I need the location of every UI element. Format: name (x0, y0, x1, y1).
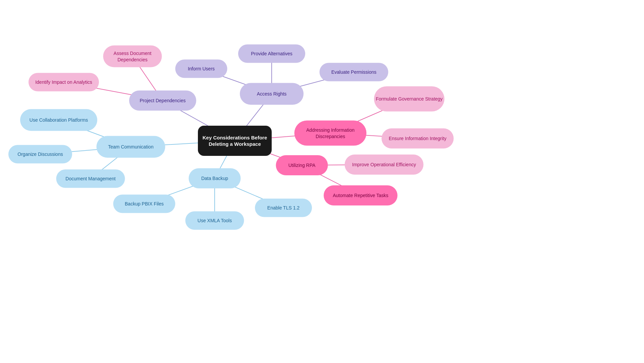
node-label-provide-alternatives: Provide Alternatives (250, 50, 294, 57)
node-data-backup[interactable]: Data Backup (189, 168, 241, 188)
node-label-data-backup: Data Backup (200, 175, 229, 182)
node-label-project-dependencies: Project Dependencies (139, 97, 187, 104)
node-evaluate-permissions[interactable]: Evaluate Permissions (320, 63, 388, 81)
node-provide-alternatives[interactable]: Provide Alternatives (238, 45, 305, 63)
center-node[interactable]: Key Considerations Before Deleting a Wor… (198, 126, 272, 156)
node-label-assess-doc-deps: Assess Document Dependencies (103, 50, 162, 63)
node-label-ensure-integrity: Ensure Information Integrity (387, 135, 448, 142)
node-label-automate-tasks: Automate Repetitive Tasks (331, 192, 390, 199)
node-label-identify-impact: Identify Impact on Analytics (34, 78, 94, 86)
node-label-access-rights: Access Rights (256, 90, 288, 98)
node-label-inform-users: Inform Users (186, 65, 216, 72)
node-document-management[interactable]: Document Management (56, 170, 125, 188)
node-label-document-management: Document Management (64, 175, 117, 182)
node-identify-impact[interactable]: Identify Impact on Analytics (29, 73, 99, 92)
node-label-formulate-governance: Formulate Governance Strategy (374, 95, 444, 103)
node-label-use-collab: Use Collaboration Platforms (28, 116, 89, 124)
node-inform-users[interactable]: Inform Users (175, 60, 227, 78)
node-assess-doc-deps[interactable]: Assess Document Dependencies (103, 46, 162, 67)
node-label-utilizing-rpa: Utilizing RPA (287, 162, 317, 169)
node-team-communication[interactable]: Team Communication (97, 136, 165, 158)
node-automate-tasks[interactable]: Automate Repetitive Tasks (324, 185, 397, 205)
node-ensure-integrity[interactable]: Ensure Information Integrity (382, 128, 454, 148)
node-label-enable-tls: Enable TLS 1.2 (266, 204, 301, 211)
node-use-collab[interactable]: Use Collaboration Platforms (20, 109, 97, 131)
node-backup-pbix[interactable]: Backup PBIX Files (113, 195, 175, 213)
node-improve-efficiency[interactable]: Improve Operational Efficiency (345, 155, 424, 175)
node-label-team-communication: Team Communication (107, 143, 155, 150)
node-organize-discussions[interactable]: Organize Discussions (8, 145, 72, 164)
node-use-xmla[interactable]: Use XMLA Tools (185, 211, 244, 230)
node-label-backup-pbix: Backup PBIX Files (123, 200, 165, 207)
node-label-use-xmla: Use XMLA Tools (196, 217, 233, 224)
node-label-addressing-discrepancies: Addressing Information Discrepancies (294, 126, 367, 140)
node-addressing-discrepancies[interactable]: Addressing Information Discrepancies (294, 121, 367, 146)
node-utilizing-rpa[interactable]: Utilizing RPA (276, 155, 328, 175)
node-label-evaluate-permissions: Evaluate Permissions (330, 68, 378, 76)
node-formulate-governance[interactable]: Formulate Governance Strategy (374, 86, 444, 112)
node-enable-tls[interactable]: Enable TLS 1.2 (255, 199, 312, 217)
node-label-organize-discussions: Organize Discussions (16, 150, 64, 158)
center-label: Key Considerations Before Deleting a Wor… (198, 134, 272, 148)
node-label-improve-efficiency: Improve Operational Efficiency (351, 161, 417, 168)
node-access-rights[interactable]: Access Rights (240, 83, 304, 105)
node-project-dependencies[interactable]: Project Dependencies (129, 90, 196, 111)
